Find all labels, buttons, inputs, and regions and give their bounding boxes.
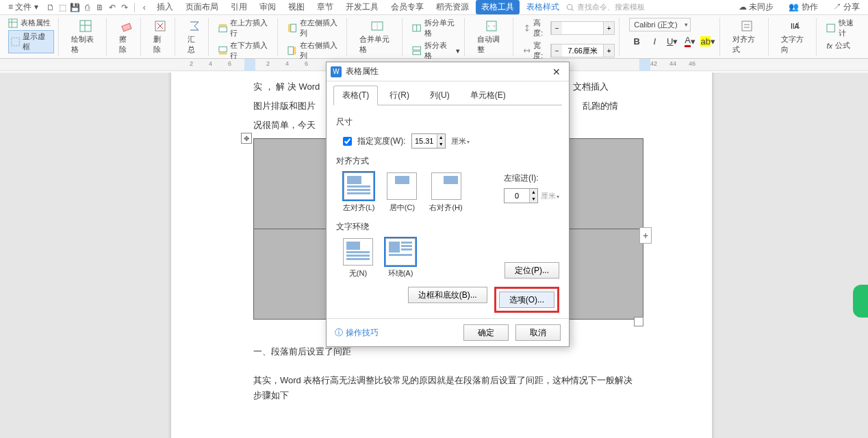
show-gridlines-button[interactable]: 显示虚框 [8, 30, 54, 53]
indent-unit: 厘米 [541, 191, 559, 201]
specify-width-checkbox[interactable] [343, 137, 352, 146]
menu-vip[interactable]: 会员专享 [385, 0, 429, 14]
specify-width-label: 指定宽度(W): [357, 136, 406, 147]
para: 其实，Word 表格行高无法调整比较常见的原因就是在段落前后设置了间距，这种情况… [253, 373, 637, 403]
menu-insert[interactable]: 插入 [151, 0, 179, 14]
icon-print[interactable]: ⎙ [82, 2, 93, 13]
width-minus[interactable]: − [551, 44, 562, 57]
align-center-option[interactable]: 居中(C) [387, 172, 417, 213]
prev-icon[interactable]: ‹ [139, 2, 150, 13]
icon-save[interactable]: 💾 [70, 2, 81, 13]
svg-point-0 [567, 4, 572, 10]
merge-cells-button[interactable]: 合并单元格 [357, 18, 398, 56]
position-button[interactable]: 定位(P)... [505, 262, 559, 279]
width-spinner[interactable]: ▲▼ [411, 133, 446, 149]
indent-spinner[interactable]: ▲▼ [504, 188, 538, 203]
height-minus[interactable]: − [551, 22, 562, 34]
bold-button[interactable]: B [629, 34, 644, 49]
align-label: 对齐方式 [336, 155, 559, 167]
insert-col-right[interactable]: 在右侧插入列 [288, 40, 342, 61]
coop-button[interactable]: 👥 协作 [783, 0, 823, 14]
border-shading-button[interactable]: 边框和底纹(B)... [408, 287, 487, 303]
formula-button[interactable]: fx 公式 [826, 40, 860, 51]
table-move-handle[interactable]: ✥ [241, 133, 252, 144]
tab-table[interactable]: 表格(T) [333, 86, 378, 105]
svg-rect-14 [219, 24, 227, 26]
menu-layout[interactable]: 页面布局 [180, 0, 224, 14]
height-input[interactable] [562, 22, 603, 34]
indent-label: 左缩进(I): [504, 172, 539, 184]
share-button[interactable]: ↗ 分享 [828, 0, 865, 14]
side-float-button[interactable] [853, 285, 868, 318]
col-width-field[interactable]: 宽度:−+ [523, 40, 615, 61]
icon-open[interactable]: ⬚ [58, 2, 68, 13]
draw-table-button[interactable]: 绘制表格 [68, 18, 103, 56]
svg-rect-5 [12, 38, 20, 46]
menu-view[interactable]: 视图 [283, 0, 310, 14]
size-label: 尺寸 [336, 116, 559, 128]
width-value-input[interactable] [412, 137, 437, 145]
insert-col-left[interactable]: 在左侧插入列 [288, 18, 342, 38]
underline-button[interactable]: U▾ [665, 34, 680, 49]
menu-table-tool[interactable]: 表格工具 [476, 0, 520, 14]
svg-rect-9 [122, 23, 131, 31]
icon-new[interactable]: 🗋 [45, 2, 56, 13]
indent-input[interactable] [505, 192, 529, 200]
table-resize-handle[interactable] [634, 317, 643, 326]
close-icon[interactable]: ✕ [548, 64, 565, 80]
row-height-field[interactable]: 高度:−+ [523, 18, 615, 38]
add-row-button[interactable]: + [639, 227, 652, 244]
cancel-button[interactable]: 取消 [515, 324, 561, 341]
menu-dev[interactable]: 开发工具 [340, 0, 384, 14]
insert-row-below[interactable]: 在下方插入行 [218, 40, 273, 61]
menu-review[interactable]: 审阅 [254, 0, 281, 14]
wrap-none-option[interactable]: 无(N) [343, 238, 373, 279]
undo-icon[interactable]: ↶ [107, 2, 118, 13]
svg-rect-6 [80, 21, 91, 31]
italic-button[interactable]: I [647, 34, 662, 49]
svg-rect-16 [219, 53, 227, 55]
svg-rect-26 [413, 51, 421, 55]
sync-status[interactable]: ☁ 未同步 [733, 0, 779, 14]
options-button[interactable]: 选项(O)... [499, 292, 554, 308]
tab-row[interactable]: 行(R) [381, 86, 418, 105]
highlight-button[interactable]: ab▾ [700, 34, 715, 49]
width-unit[interactable]: 厘米 [451, 136, 470, 146]
redo-icon[interactable]: ↷ [119, 2, 130, 13]
menu-res[interactable]: 稻壳资源 [431, 0, 474, 14]
split-cell-button[interactable]: 拆分单元格 [412, 18, 460, 38]
svg-rect-18 [288, 24, 290, 31]
table-properties-dialog: W 表格属性 ✕ 表格(T) 行(R) 列(U) 单元格(E) 尺寸 指定宽度(… [326, 62, 570, 347]
menu-chapter[interactable]: 章节 [311, 0, 339, 14]
erase-button[interactable]: 擦除 [116, 18, 136, 56]
file-menu[interactable]: ≡ 文件 ▾ [3, 0, 44, 14]
align-right-option[interactable]: 右对齐(H) [429, 172, 462, 213]
insert-row-above[interactable]: 在上方插入行 [218, 18, 273, 38]
menu-ref[interactable]: 引用 [225, 0, 253, 14]
menu-table-style[interactable]: 表格样式 [521, 0, 565, 14]
align-left-option[interactable]: 左对齐(L) [343, 172, 374, 213]
fast-calc-button[interactable]: 快速计 [826, 18, 860, 38]
svg-rect-25 [413, 47, 421, 50]
width-input[interactable] [562, 44, 603, 57]
svg-rect-32 [827, 24, 834, 31]
tab-cell[interactable]: 单元格(E) [461, 86, 515, 105]
font-color-button[interactable]: A▾ [682, 34, 698, 49]
wrap-around-option[interactable]: 环绕(A) [385, 238, 416, 279]
svg-rect-20 [294, 47, 296, 54]
command-search[interactable]: 查找命令、搜索模板 [566, 2, 645, 12]
dialog-tabs: 表格(T) 行(R) 列(U) 单元格(E) [327, 81, 569, 105]
svg-rect-17 [291, 24, 296, 31]
dialog-icon: W [331, 66, 342, 77]
width-plus[interactable]: + [603, 44, 614, 57]
ok-button[interactable]: 确定 [463, 324, 509, 341]
svg-rect-19 [288, 47, 294, 54]
icon-preview[interactable]: 🗎 [94, 2, 105, 13]
dialog-titlebar[interactable]: W 表格属性 ✕ [327, 62, 569, 81]
split-table-button[interactable]: 拆分表格▾ [412, 40, 460, 61]
font-select[interactable]: Calibri (正文) [629, 18, 691, 31]
tab-column[interactable]: 列(U) [421, 86, 459, 105]
tips-link[interactable]: ⓘ 操作技巧 [335, 327, 379, 339]
height-plus[interactable]: + [603, 22, 614, 34]
table-properties-button[interactable]: 表格属性 [8, 18, 54, 28]
